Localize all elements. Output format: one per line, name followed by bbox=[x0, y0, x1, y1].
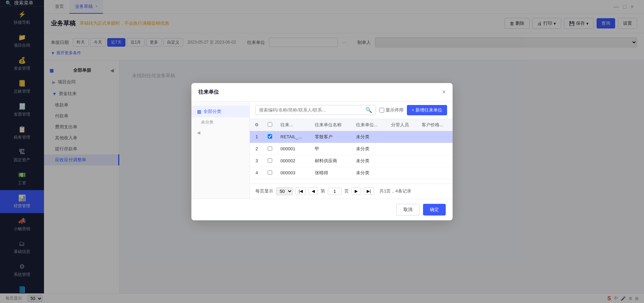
row-name: 零散客户 bbox=[311, 131, 352, 143]
search-box: 🔍 bbox=[255, 105, 376, 115]
table-row[interactable]: 3 000002 材料供应商 未分类 bbox=[250, 155, 453, 167]
row-code: 000003 bbox=[276, 167, 311, 179]
partner-modal: 往来单位 × ▦ 全部分类 未分类 ◀ bbox=[191, 83, 453, 220]
select-all-checkbox[interactable] bbox=[268, 122, 272, 127]
row-name: 张晴得 bbox=[311, 167, 352, 179]
cancel-button[interactable]: 取消 bbox=[396, 204, 420, 215]
page-label: 第 bbox=[321, 188, 325, 194]
modal-right-content: 🔍 显示停用 + 新增往来单位 bbox=[250, 102, 453, 199]
tree-unclassified-label: 未分类 bbox=[201, 120, 213, 125]
table-row[interactable]: 2 000001 甲 未分类 bbox=[250, 143, 453, 155]
th-check[interactable] bbox=[264, 119, 276, 131]
show-disabled-text: 显示停用 bbox=[386, 107, 403, 113]
row-no: 4 bbox=[250, 167, 264, 179]
row-manager bbox=[387, 155, 418, 167]
modal-overlay[interactable]: 往来单位 × ▦ 全部分类 未分类 ◀ bbox=[0, 0, 644, 303]
partner-table: ⚙ 往来... 往来单位名称 往来单位... 分管人员 客户价格... bbox=[250, 119, 453, 179]
next-page-btn[interactable]: ▶ bbox=[352, 187, 361, 195]
row-checkbox[interactable] bbox=[268, 146, 272, 151]
page-suffix: 页 bbox=[344, 188, 349, 194]
tree-item-all[interactable]: ▦ 全部分类 bbox=[191, 106, 249, 117]
tree-all-label: 全部分类 bbox=[203, 108, 221, 115]
th-manager: 分管人员 bbox=[387, 119, 418, 131]
total-info: 共1页，4条记录 bbox=[379, 188, 411, 194]
per-page-label: 每页显示 bbox=[255, 188, 273, 194]
row-price bbox=[418, 167, 453, 179]
row-category: 未分类 bbox=[352, 155, 387, 167]
last-page-btn[interactable]: ▶| bbox=[364, 187, 374, 195]
th-category: 往来单位... bbox=[352, 119, 387, 131]
row-category: 未分类 bbox=[352, 143, 387, 155]
search-input[interactable] bbox=[259, 107, 363, 113]
row-code: 000001 bbox=[276, 143, 311, 155]
th-price: 客户价格... bbox=[418, 119, 453, 131]
modal-close-button[interactable]: × bbox=[442, 89, 446, 96]
table-pagination: 每页显示 50 |◀ ◀ 第 页 ▶ ▶| 共1页，4条记录 bbox=[250, 184, 453, 199]
gear-icon: ⚙ bbox=[255, 122, 259, 127]
tree-item-unclassified[interactable]: 未分类 bbox=[191, 117, 249, 127]
row-price bbox=[418, 131, 453, 143]
row-price bbox=[418, 143, 453, 155]
prev-page-btn[interactable]: ◀ bbox=[309, 187, 318, 195]
table-header: ⚙ 往来... 往来单位名称 往来单位... 分管人员 客户价格... bbox=[250, 119, 453, 131]
row-manager bbox=[387, 131, 418, 143]
tree-collapse-btn[interactable]: ◀ bbox=[191, 127, 249, 138]
modal-action-footer: 取消 确定 bbox=[191, 199, 453, 220]
row-code: 000002 bbox=[276, 155, 311, 167]
row-check[interactable] bbox=[264, 167, 276, 179]
show-disabled-checkbox[interactable] bbox=[379, 108, 384, 113]
modal-toolbar: 🔍 显示停用 + 新增往来单位 bbox=[250, 102, 453, 119]
add-partner-label: + 新增往来单位 bbox=[412, 107, 442, 113]
modal-header: 往来单位 × bbox=[191, 83, 453, 102]
row-no: 2 bbox=[250, 143, 264, 155]
per-page-select[interactable]: 50 bbox=[276, 187, 293, 195]
th-settings[interactable]: ⚙ bbox=[250, 119, 264, 131]
row-check[interactable] bbox=[264, 143, 276, 155]
row-checkbox[interactable] bbox=[268, 158, 272, 163]
table-row[interactable]: 1 RETAIL_... 零散客户 未分类 bbox=[250, 131, 453, 143]
add-partner-button[interactable]: + 新增往来单位 bbox=[407, 105, 447, 115]
row-checkbox[interactable] bbox=[268, 134, 272, 139]
row-manager bbox=[387, 143, 418, 155]
row-price bbox=[418, 155, 453, 167]
partner-table-body: 1 RETAIL_... 零散客户 未分类 2 000001 甲 未分类 3 0… bbox=[250, 131, 453, 179]
modal-table: ⚙ 往来... 往来单位名称 往来单位... 分管人员 客户价格... bbox=[250, 119, 453, 184]
row-category: 未分类 bbox=[352, 131, 387, 143]
confirm-button[interactable]: 确定 bbox=[423, 204, 446, 215]
row-check[interactable] bbox=[264, 155, 276, 167]
modal-body: ▦ 全部分类 未分类 ◀ 🔍 bbox=[191, 102, 453, 199]
row-category: 未分类 bbox=[352, 167, 387, 179]
first-page-btn[interactable]: |◀ bbox=[296, 187, 306, 195]
row-check[interactable] bbox=[264, 131, 276, 143]
table-row[interactable]: 4 000003 张晴得 未分类 bbox=[250, 167, 453, 179]
row-name: 材料供应商 bbox=[311, 155, 352, 167]
row-no: 3 bbox=[250, 155, 264, 167]
th-name: 往来单位名称 bbox=[311, 119, 352, 131]
tree-collapse-icon: ◀ bbox=[197, 130, 200, 135]
row-manager bbox=[387, 167, 418, 179]
modal-tree: ▦ 全部分类 未分类 ◀ bbox=[191, 102, 250, 199]
row-checkbox[interactable] bbox=[268, 170, 272, 175]
row-no: 1 bbox=[250, 131, 264, 143]
tree-grid-icon: ▦ bbox=[197, 109, 201, 114]
row-name: 甲 bbox=[311, 143, 352, 155]
row-code: RETAIL_... bbox=[276, 131, 311, 143]
search-icon: 🔍 bbox=[365, 107, 372, 113]
modal-title: 往来单位 bbox=[198, 89, 219, 95]
th-code: 往来... bbox=[276, 119, 311, 131]
show-disabled-label: 显示停用 bbox=[379, 107, 403, 113]
page-input[interactable] bbox=[328, 188, 342, 195]
